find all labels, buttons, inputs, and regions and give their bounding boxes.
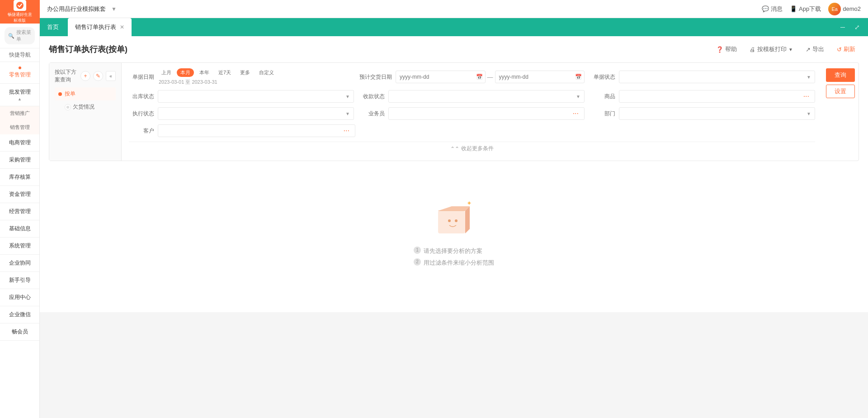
settings-btn[interactable]: 设置 [826, 85, 855, 98]
filter-row-4: 客户 ··· [129, 124, 815, 137]
logo-text: 畅捷通好生意 [8, 12, 32, 18]
messages-label: 消息 [771, 5, 783, 13]
sidebar-item-basic[interactable]: 基础信息 [0, 220, 39, 238]
dept-select[interactable]: ▼ [619, 107, 815, 120]
sidebar-item-newbie[interactable]: 新手引导 [0, 272, 39, 289]
corp-label: 企业协同 [9, 259, 31, 267]
scheme-by-debt-label: 欠货情况 [73, 103, 94, 111]
sidebar-item-retail[interactable]: 零售管理 [0, 62, 39, 84]
collapse-up-icon: ⌃⌃ [450, 146, 459, 152]
filter-item-status: 单据状态 ▼ [590, 71, 815, 83]
sidebar-item-finance[interactable]: 资金管理 [0, 186, 39, 203]
filter-layout: 按以下方案查询 + ✎ « 按单 [49, 63, 859, 161]
filter-item-delivery: 预计交货日期 📅 — [359, 71, 585, 83]
tab-sales-order[interactable]: 销售订单执行表 ✕ [68, 18, 132, 36]
custom-btn[interactable]: 自定义 [255, 68, 278, 77]
tabbar-right: ─ ⤢ [837, 22, 868, 33]
sidebar-item-wechat[interactable]: 企业微信 [0, 306, 39, 323]
print-btn[interactable]: 🖨 按模板打印 ▼ [746, 43, 797, 55]
window-minimize-btn[interactable]: ─ [837, 22, 848, 33]
out-status-dropdown-icon: ▼ [345, 94, 350, 99]
tip-num-2: 2 [414, 258, 421, 266]
window-maximize-btn[interactable]: ⤢ [852, 22, 863, 33]
newbie-label: 新手引导 [9, 276, 31, 284]
logo-subtext: 标准版 [14, 18, 26, 24]
exec-status-select[interactable]: ▼ [158, 107, 354, 120]
scheme-item-by-order[interactable]: 按单 [55, 87, 116, 100]
goods-more-icon[interactable]: ··· [802, 92, 811, 100]
wholesale-label: 批发管理 [9, 88, 31, 96]
out-status-label: 出库状态 [129, 93, 154, 100]
delivery-label: 预计交货日期 [359, 73, 392, 81]
sidebar-item-ecommerce[interactable]: 电商管理 [0, 134, 39, 152]
app-download-action[interactable]: 📱 App下载 [790, 5, 821, 13]
search-btn[interactable]: 查询 [826, 68, 855, 82]
refresh-btn[interactable]: ↺ 刷新 [833, 43, 859, 55]
sidebar-quick-nav[interactable]: 快捷导航 [0, 48, 39, 62]
tab-close-icon[interactable]: ✕ [120, 24, 124, 30]
this-month-btn[interactable]: 本月 [177, 68, 194, 77]
edit-scheme-btn[interactable]: ✎ [93, 71, 103, 81]
sidebar-sub-sales[interactable]: 销售管理 [0, 120, 39, 134]
date-quick-btns: 上月 本月 本年 近7天 更多 自定义 [158, 68, 354, 77]
sidebar-search[interactable]: 🔍 搜索菜单 [0, 24, 39, 48]
sidebar-item-inventory[interactable]: 库存核算 [0, 169, 39, 186]
retail-label: 零售管理 [9, 71, 31, 79]
sidebar-item-corp[interactable]: 企业协同 [0, 255, 39, 272]
status-label: 单据状态 [590, 73, 615, 81]
delivery-end-input[interactable] [495, 71, 585, 83]
retail-dot [19, 66, 21, 69]
sub-dot-icon [65, 104, 71, 110]
sidebar-item-member[interactable]: 畅会员 [0, 323, 39, 341]
this-year-btn[interactable]: 本年 [196, 68, 213, 77]
delivery-start-input[interactable] [396, 71, 486, 83]
user-action[interactable]: Ea demo2 [828, 3, 861, 15]
sidebar-item-purchase[interactable]: 采购管理 [0, 152, 39, 169]
page-title: 销售订单执行表(按单) [49, 44, 127, 55]
messages-action[interactable]: 💬 消息 [762, 5, 783, 13]
customer-label: 客户 [129, 127, 154, 135]
status-select[interactable]: ▼ [619, 71, 815, 83]
svg-rect-1 [438, 211, 465, 233]
customer-more-icon[interactable]: ··· [342, 127, 351, 135]
print-label: 按模板打印 [757, 45, 787, 53]
delivery-end-wrapper: 📅 [495, 71, 585, 83]
export-icon: ↗ [806, 46, 811, 53]
recent7-btn[interactable]: 近7天 [215, 68, 235, 77]
collapse-more-btn[interactable]: ⌃⌃ 收起更多条件 [450, 145, 494, 152]
svg-text:✦: ✦ [467, 200, 472, 207]
salesman-more-icon[interactable]: ··· [571, 109, 580, 118]
more-btn[interactable]: 更多 [236, 68, 254, 77]
filter-item-dept: 部门 ▼ [590, 107, 815, 120]
date-quick-area: 上月 本月 本年 近7天 更多 自定义 2023-03-01 至 2023-03… [158, 68, 354, 86]
out-status-select[interactable]: ▼ [158, 90, 354, 103]
filter-item-out-status: 出库状态 ▼ [129, 90, 354, 103]
export-btn[interactable]: ↗ 导出 [802, 43, 828, 55]
empty-tips: 1 请先选择要分析的方案 2 用过滤条件来缩小分析范围 [414, 245, 494, 269]
empty-tip-1-text: 请先选择要分析的方案 [424, 245, 482, 257]
message-icon: 💬 [762, 5, 769, 12]
sidebar-item-operations[interactable]: 经营管理 [0, 203, 39, 220]
sidebar-sub-marketing[interactable]: 营销推广 [0, 106, 39, 120]
add-scheme-btn[interactable]: + [80, 71, 90, 81]
sidebar-item-wholesale[interactable]: 批发管理 ▲ [0, 84, 39, 106]
scheme-item-by-debt[interactable]: 欠货情况 [55, 100, 116, 114]
tab-home[interactable]: 首页 [40, 18, 66, 36]
filter-left-panel: 按以下方案查询 + ✎ « 按单 [49, 63, 122, 161]
dropdown-icon[interactable]: ▼ [111, 6, 117, 12]
topbar-title: 办公用品行业模拟账套 [47, 5, 106, 13]
app-download-label: App下载 [799, 5, 821, 13]
collect-status-select[interactable]: ▼ [388, 90, 585, 103]
help-btn[interactable]: ❓ 帮助 [712, 43, 741, 55]
sidebar-item-system[interactable]: 系统管理 [0, 238, 39, 255]
app-logo[interactable]: 畅捷通好生意 标准版 [0, 0, 40, 24]
collapse-scheme-btn[interactable]: « [106, 71, 116, 81]
customer-select[interactable]: ··· [158, 124, 355, 137]
salesman-select[interactable]: ··· [388, 107, 585, 120]
filter-item-salesman: 业务员 ··· [359, 107, 585, 120]
last-month-btn[interactable]: 上月 [158, 68, 175, 77]
refresh-label: 刷新 [844, 45, 855, 53]
scheme-active-dot [58, 92, 62, 96]
sidebar-item-apps[interactable]: 应用中心 [0, 289, 39, 306]
goods-select[interactable]: ··· [619, 90, 815, 103]
